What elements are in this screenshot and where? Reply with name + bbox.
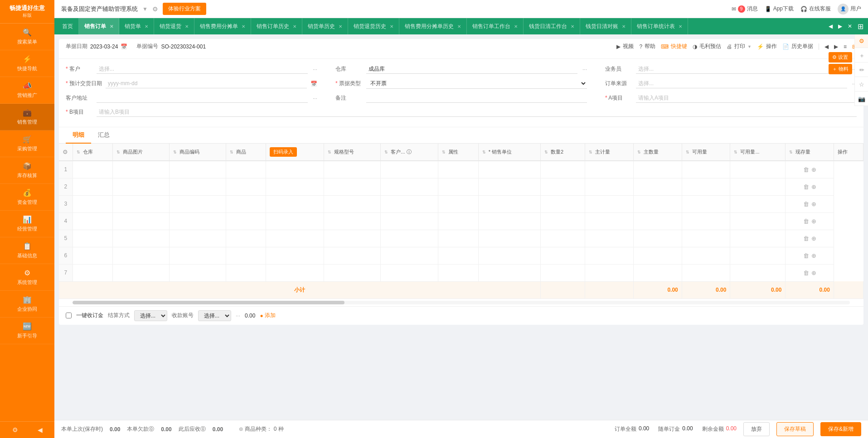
action-cell[interactable]: 🗑⊕: [786, 195, 834, 212]
table-cell[interactable]: [73, 264, 112, 281]
horizontal-scrollbar[interactable]: [73, 301, 850, 304]
table-cell[interactable]: [438, 195, 478, 212]
online-service-item[interactable]: 🎧 在线客服: [800, 5, 831, 13]
table-cell[interactable]: [585, 178, 634, 195]
table-cell[interactable]: [381, 212, 438, 230]
customer-input[interactable]: [97, 64, 308, 74]
add-btn[interactable]: ● 添加: [260, 312, 275, 319]
table-cell[interactable]: [381, 161, 438, 178]
sidebar-item-search[interactable]: 🔍 搜索菜单: [0, 24, 54, 50]
table-cell[interactable]: [478, 247, 540, 264]
history-toolbar-item[interactable]: 📄 历史单据: [782, 43, 813, 50]
sort-icon[interactable]: ⇅: [173, 150, 177, 154]
tab-stats[interactable]: 销售订单统计表 ✕: [631, 18, 688, 34]
delivery-input[interactable]: [106, 79, 307, 88]
sort-icon[interactable]: ⇅: [686, 150, 689, 154]
list-view-icon[interactable]: ≡: [844, 43, 847, 50]
table-cell[interactable]: [226, 230, 266, 247]
sidebar-item-finance[interactable]: 💰 资金管理: [0, 184, 54, 211]
table-cell[interactable]: [585, 247, 634, 264]
th-settings[interactable]: ⚙: [59, 144, 73, 161]
tab-order-history[interactable]: 销售订单历史 ✕: [251, 18, 302, 34]
table-cell[interactable]: [682, 212, 730, 230]
table-cell[interactable]: [381, 195, 438, 212]
table-cell[interactable]: [324, 195, 381, 212]
tab-sales-slip-close[interactable]: ✕: [145, 24, 148, 29]
table-cell[interactable]: [169, 247, 226, 264]
table-cell[interactable]: [73, 230, 112, 247]
table-cell[interactable]: [478, 178, 540, 195]
table-cell[interactable]: [226, 195, 266, 212]
settings-bottom-icon[interactable]: ⚙: [12, 426, 18, 433]
invoice-select[interactable]: 不开票 增值税普通发票 增值税专用发票: [366, 78, 587, 89]
table-cell[interactable]: [438, 161, 478, 178]
table-cell[interactable]: [324, 212, 381, 230]
delete-row-icon[interactable]: 🗑: [803, 270, 809, 276]
tab-slip-history-close[interactable]: ✕: [339, 24, 342, 29]
sort-icon[interactable]: ⇅: [482, 150, 486, 154]
copy-row-icon[interactable]: ⊕: [811, 201, 816, 207]
nav-tabs-prev-arrow[interactable]: ◀: [826, 22, 835, 30]
calendar-icon[interactable]: 📅: [121, 43, 127, 50]
customer-addr-dots[interactable]: ···: [313, 95, 317, 101]
warehouse-input[interactable]: [366, 64, 577, 74]
sort-icon[interactable]: ⇅: [384, 150, 388, 154]
delete-row-icon[interactable]: 🗑: [803, 252, 809, 259]
nav-tabs-close-all[interactable]: ✕: [845, 22, 854, 30]
table-cell[interactable]: [112, 178, 169, 195]
prev-page-icon[interactable]: ◀: [824, 43, 829, 50]
right-sidebar-add-btn[interactable]: ＋: [855, 49, 868, 63]
table-cell[interactable]: [682, 247, 730, 264]
table-cell[interactable]: [266, 212, 324, 230]
sidebar-item-marketing[interactable]: 📣 营销推广: [0, 77, 54, 104]
tab-daily-reconcile-close[interactable]: ✕: [622, 24, 626, 29]
copy-row-icon[interactable]: ⊕: [811, 252, 816, 259]
table-cell[interactable]: [682, 178, 730, 195]
chevron-down-icon[interactable]: ▼: [142, 6, 148, 12]
table-cell[interactable]: [73, 161, 112, 178]
table-cell[interactable]: [730, 195, 786, 212]
copy-row-icon[interactable]: ⊕: [811, 218, 816, 225]
table-cell[interactable]: [226, 264, 266, 281]
table-cell[interactable]: [438, 230, 478, 247]
warehouse-dots[interactable]: ···: [582, 66, 587, 72]
tab-workbench-close[interactable]: ✕: [514, 24, 518, 29]
account-dots[interactable]: ···: [236, 313, 240, 319]
table-cell[interactable]: [682, 230, 730, 247]
table-cell[interactable]: [169, 195, 226, 212]
collapse-icon[interactable]: ◀: [38, 426, 43, 433]
delete-row-icon[interactable]: 🗑: [803, 166, 809, 173]
tab-returns-history-close[interactable]: ✕: [390, 24, 393, 29]
sort-icon[interactable]: ⇅: [116, 150, 120, 154]
table-cell[interactable]: [73, 212, 112, 230]
table-cell[interactable]: [478, 212, 540, 230]
tab-slip-history[interactable]: 销货单历史 ✕: [302, 18, 348, 34]
table-cell[interactable]: [324, 247, 381, 264]
table-cell[interactable]: [112, 161, 169, 178]
table-cell[interactable]: [540, 230, 585, 247]
table-cell[interactable]: [169, 178, 226, 195]
table-cell[interactable]: [730, 247, 786, 264]
action-cell[interactable]: 🗑⊕: [786, 178, 834, 195]
table-cell[interactable]: [540, 247, 585, 264]
sort-icon[interactable]: ⇅: [77, 150, 80, 154]
table-cell[interactable]: [682, 195, 730, 212]
tab-expense[interactable]: 销售费用分摊单 ✕: [194, 18, 251, 34]
staff-input[interactable]: [636, 64, 847, 74]
tab-returns-close[interactable]: ✕: [185, 24, 189, 29]
table-cell[interactable]: [324, 230, 381, 247]
one-click-checkbox[interactable]: [66, 313, 72, 318]
copy-row-icon[interactable]: ⊕: [811, 183, 816, 190]
sort-icon[interactable]: ⇅: [328, 150, 331, 154]
table-cell[interactable]: [730, 161, 786, 178]
action-cell[interactable]: 🗑⊕: [786, 212, 834, 230]
header-settings-icon[interactable]: ⚙: [152, 5, 158, 13]
operate-toolbar-item[interactable]: ⚡ 操作: [757, 43, 777, 50]
table-cell[interactable]: [112, 195, 169, 212]
sort-icon[interactable]: ⇅: [589, 150, 592, 154]
table-cell[interactable]: [730, 212, 786, 230]
right-sidebar-scan-btn[interactable]: 📷: [855, 92, 868, 106]
table-cell[interactable]: [540, 264, 585, 281]
tab-summary[interactable]: 汇总: [91, 127, 116, 144]
table-cell[interactable]: [438, 212, 478, 230]
